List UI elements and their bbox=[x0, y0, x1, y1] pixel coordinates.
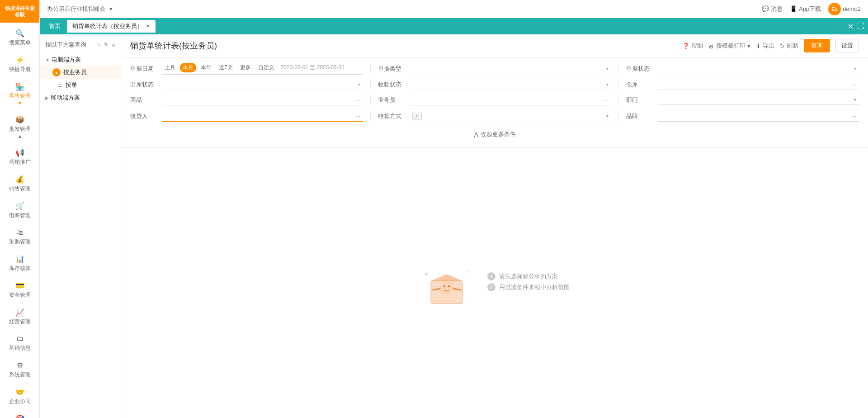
empty-state: 1 请先选择要分析的方案 2 用过滤条件来缩小分析范围 bbox=[121, 148, 868, 418]
empty-hints: 1 请先选择要分析的方案 2 用过滤条件来缩小分析范围 bbox=[487, 272, 570, 294]
sidebar-item-retail[interactable]: 🏪 零售管理 ▾ bbox=[0, 78, 39, 111]
salesperson-dots-btn[interactable]: ··· bbox=[604, 96, 609, 103]
doc-status-select[interactable]: ▾ bbox=[658, 64, 859, 73]
pc-group-label: 电脑端方案 bbox=[52, 56, 81, 64]
svg-marker-1 bbox=[431, 274, 462, 281]
collapse-panel-icon[interactable]: « bbox=[112, 41, 115, 48]
department-label: 部门 bbox=[626, 96, 658, 104]
goods-label: 商品 bbox=[130, 96, 162, 104]
help-button[interactable]: ❓ 帮助 bbox=[682, 42, 703, 50]
sidebar-item-inventory-label: 库存核算 bbox=[9, 265, 31, 272]
tab-home[interactable]: 首页 bbox=[43, 20, 66, 33]
sidebar-item-enterprise[interactable]: 🤝 企业协同 bbox=[0, 383, 39, 410]
doc-status-arrow: ▾ bbox=[854, 66, 856, 71]
order-scheme-icon: ☰ bbox=[58, 82, 63, 88]
app-download-label: App下载 bbox=[799, 5, 821, 13]
print-label: 按模板打印 bbox=[716, 42, 745, 50]
sidebar-item-marketing-label: 营销推广 bbox=[9, 158, 31, 166]
message-button[interactable]: 💬 消息 bbox=[762, 5, 783, 13]
consignee-label: 收货人 bbox=[130, 112, 162, 120]
sidebar-item-purchase[interactable]: 🛍 采购管理 bbox=[0, 224, 39, 250]
purchase-icon: 🛍 bbox=[16, 228, 24, 237]
sidebar-item-wholesale[interactable]: 📦 批发管理 ▴ bbox=[0, 111, 39, 144]
mobile-group: ▶ 移动端方案 bbox=[40, 91, 121, 104]
sidebar-item-purchase-label: 采购管理 bbox=[9, 238, 31, 246]
message-label: 消息 bbox=[771, 5, 783, 13]
date-tab-7days[interactable]: 近7天 bbox=[216, 63, 236, 72]
sidebar-item-sales-label: 销售管理 bbox=[9, 185, 31, 193]
enterprise-icon: 🤝 bbox=[15, 388, 24, 396]
edit-scheme-icon[interactable]: ✎ bbox=[104, 41, 109, 48]
settings-button[interactable]: 设置 bbox=[835, 39, 859, 52]
sidebar-item-shortcut[interactable]: ⚡ 快捷导航 bbox=[0, 51, 39, 78]
empty-hint-2: 2 用过滤条件来缩小分析范围 bbox=[487, 283, 570, 291]
username-label: demo2 bbox=[843, 5, 861, 12]
refresh-button[interactable]: ↻ 刷新 bbox=[780, 42, 798, 50]
print-button[interactable]: 🖨 按模板打印 ▾ bbox=[708, 42, 750, 50]
date-tab-custom[interactable]: 自定义 bbox=[255, 63, 277, 72]
shortcut-icon: ⚡ bbox=[15, 56, 24, 64]
sidebar-item-marketing[interactable]: 📢 营销推广 bbox=[0, 144, 39, 171]
sidebar-item-enterprise-label: 企业协同 bbox=[9, 398, 31, 405]
mobile-group-label: 移动端方案 bbox=[51, 94, 80, 102]
collapse-row: ⋀ 收起更多条件 bbox=[130, 127, 859, 142]
sidebar-item-finance[interactable]: 💳 资金管理 bbox=[0, 277, 39, 304]
user-avatar-area[interactable]: Ea demo2 bbox=[828, 3, 861, 15]
svg-point-8 bbox=[425, 273, 428, 276]
filter-department: 部门 ▾ bbox=[626, 95, 859, 104]
date-tab-last-month[interactable]: 上月 bbox=[162, 63, 178, 72]
warehouse-dots-btn[interactable]: ··· bbox=[851, 81, 856, 88]
refresh-label: 刷新 bbox=[787, 42, 798, 50]
page-title: 销货单统计表(按业务员) bbox=[130, 40, 217, 51]
sidebar-item-retail-label: 零售管理 bbox=[9, 92, 31, 100]
warehouse-label: 仓库 bbox=[626, 81, 658, 89]
sidebar-item-operations[interactable]: 📈 经营管理 bbox=[0, 304, 39, 330]
sidebar-item-basic[interactable]: 🗂 基础信息 bbox=[0, 330, 39, 356]
filter-row-2: 出库状态 ▾ 收款状态 ▾ bbox=[130, 79, 859, 90]
settlement-label: 结算方式 bbox=[378, 112, 410, 120]
company-dropdown-icon[interactable]: ▾ bbox=[109, 5, 113, 12]
main-area: 办公用品行业模拟账套 ▾ 💬 消息 📱 App下载 Ea demo2 首页 bbox=[40, 0, 868, 418]
tabbar: 首页 销货单统计表（按业务员） ✕ ✕ ⛶ bbox=[40, 18, 868, 34]
receipt-status-label: 收款状态 bbox=[378, 81, 410, 89]
doc-type-label: 单据类型 bbox=[378, 65, 410, 73]
collapse-button[interactable]: ⋀ 收起更多条件 bbox=[470, 127, 519, 142]
mobile-group-header[interactable]: ▶ 移动端方案 bbox=[40, 91, 121, 104]
consignee-dots-btn[interactable]: ··· bbox=[355, 113, 360, 119]
export-button[interactable]: ⬇ 导出 bbox=[756, 42, 774, 50]
department-select[interactable]: ▾ bbox=[658, 95, 859, 104]
receipt-status-select[interactable]: ▾ bbox=[410, 80, 611, 89]
settlement-tag-close[interactable]: × bbox=[415, 113, 419, 119]
sidebar-item-ecommerce-label: 电商管理 bbox=[9, 212, 31, 219]
date-tab-more[interactable]: 更多 bbox=[237, 63, 254, 72]
sidebar-item-system[interactable]: ⚙ 系统管理 bbox=[0, 356, 39, 383]
add-scheme-icon[interactable]: + bbox=[97, 41, 101, 48]
sidebar-item-system-label: 系统管理 bbox=[9, 371, 31, 379]
out-status-select[interactable]: ▾ bbox=[162, 80, 363, 89]
filter-warehouse: 仓库 ··· bbox=[626, 79, 859, 90]
tab-expand-button[interactable]: ⛶ bbox=[857, 22, 864, 31]
divider-6 bbox=[618, 95, 619, 104]
date-tab-this-month[interactable]: 本月 bbox=[180, 63, 196, 72]
pc-group-header[interactable]: ▼ 电脑端方案 bbox=[40, 53, 121, 66]
tree-item-by-order[interactable]: ☰ 按单 bbox=[40, 79, 121, 91]
tab-sales-stat[interactable]: 销货单统计表（按业务员） ✕ bbox=[67, 20, 156, 33]
sidebar-item-ecommerce[interactable]: 🛒 电商管理 bbox=[0, 197, 39, 224]
brand-dots-btn[interactable]: ··· bbox=[851, 113, 856, 119]
date-tab-this-year[interactable]: 本年 bbox=[198, 63, 214, 72]
app-download-button[interactable]: 📱 App下载 bbox=[790, 5, 821, 13]
tree-item-salesperson-label: 按业务员 bbox=[63, 68, 87, 76]
tree-item-by-salesperson[interactable]: ● 按业务员 bbox=[40, 66, 121, 79]
basic-icon: 🗂 bbox=[16, 335, 24, 343]
tab-close-icon[interactable]: ✕ bbox=[146, 23, 150, 29]
filter-doc-status: 单据状态 ▾ bbox=[626, 64, 859, 73]
query-button[interactable]: 查询 bbox=[804, 39, 830, 52]
sidebar-item-inventory[interactable]: 📊 库存核算 bbox=[0, 250, 39, 277]
sidebar-item-sales[interactable]: 💰 销售管理 bbox=[0, 171, 39, 197]
sidebar-item-newbie[interactable]: 🎯 新手引导 bbox=[0, 410, 39, 418]
sidebar-item-search[interactable]: 🔍 搜索菜单 bbox=[0, 24, 39, 51]
divider-2 bbox=[618, 64, 619, 73]
doc-type-select[interactable]: ▾ bbox=[410, 64, 611, 73]
goods-dots-btn[interactable]: ··· bbox=[355, 96, 360, 103]
tab-close-all-button[interactable]: ✕ bbox=[848, 22, 854, 31]
